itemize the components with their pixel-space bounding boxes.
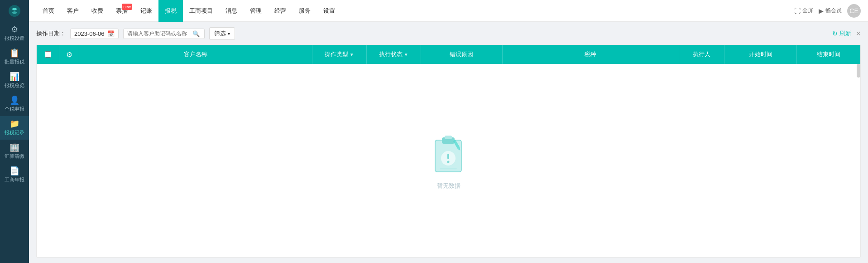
svg-point-0 [9, 5, 20, 17]
table-body: 暂无数据 [37, 64, 860, 257]
th-checkbox [37, 45, 59, 64]
sidebar-label-piliangbaoshui: 批量报税 [5, 58, 24, 65]
table-header: ⚙ 客户名称 操作类型 ▼ 执行状态 ▼ 错误原因 税种 [37, 45, 860, 64]
empty-state: 暂无数据 [428, 131, 469, 190]
topnav-item-baoshui[interactable]: 报税 [158, 0, 183, 22]
topnav-item-guanli[interactable]: 管理 [244, 0, 268, 22]
sidebar-item-huisuanqingsuan[interactable]: 🏢 汇算清缴 [0, 140, 29, 163]
search-input[interactable] [127, 30, 191, 37]
topnav-label-fuwu: 服务 [299, 7, 311, 15]
topnav-item-gongshangxiangmu[interactable]: 工商项目 [183, 0, 219, 22]
settings-icon: ⚙ [11, 25, 18, 34]
svg-rect-10 [440, 168, 457, 170]
member-label: 畅会员 [825, 7, 842, 15]
fullscreen-button[interactable]: ⛶ 全屏 [794, 7, 813, 15]
th-executor-label: 执行人 [693, 50, 710, 58]
th-starttime: 开始时间 [724, 45, 797, 64]
th-settings: ⚙ [59, 45, 79, 64]
fullscreen-label: 全屏 [802, 7, 813, 15]
th-executor: 执行人 [679, 45, 724, 64]
sidebar-label-baoshuijilu: 报税记录 [5, 129, 24, 136]
topnav-label-shezhi: 设置 [323, 7, 335, 15]
sidebar-item-gongshangnianbaos[interactable]: 📄 工商年报 [0, 163, 29, 187]
sidebar-item-baoshuizonglan[interactable]: 📊 报税总览 [0, 69, 29, 93]
search-icon[interactable]: 🔍 [192, 30, 200, 37]
sidebar-label-huisuanqingsuan: 汇算清缴 [5, 153, 24, 160]
chevron-down-icon: ▾ [228, 31, 230, 36]
topnav-item-shezhi[interactable]: 设置 [317, 0, 341, 22]
th-status-label: 执行状态 [379, 50, 403, 58]
refresh-label: 刷新 [839, 29, 851, 38]
sort-optype-icon: ▼ [350, 52, 354, 57]
select-all-checkbox[interactable] [45, 51, 51, 58]
topnav-label-jizhang: 记账 [140, 7, 152, 15]
topnav-label-baoshui: 报税 [165, 7, 177, 15]
topnav-label-shouye: 首页 [43, 7, 54, 15]
topnav-label-xiaoxi: 消息 [225, 7, 237, 15]
sidebar-item-baoshuijilu[interactable]: 📁 报税记录 [0, 116, 29, 140]
main-area: 首页 客户 收费 票据 new 记账 报税 工商项目 消息 [29, 0, 868, 263]
play-icon: ▶ [819, 7, 824, 15]
topnav-item-jizhang[interactable]: 记账 [134, 0, 158, 22]
svg-point-7 [447, 161, 449, 163]
calendar-icon: 📅 [107, 30, 115, 37]
sidebar-label-gongshangnianbaos: 工商年报 [5, 176, 24, 183]
overview-icon: 📊 [10, 73, 19, 81]
record-icon: 📁 [10, 120, 19, 128]
topnav-item-jingying[interactable]: 经营 [268, 0, 293, 22]
topnav-item-piao[interactable]: 票据 new [110, 0, 134, 22]
svg-rect-4 [445, 136, 452, 139]
sidebar-item-piliangbaoshui[interactable]: 📋 批量报税 [0, 45, 29, 69]
toolbar: 操作日期： 2023-06-06 📅 🔍 筛选 ▾ ↻ 刷新 × [36, 27, 861, 40]
sort-status-icon: ▼ [404, 52, 408, 57]
annual-icon: 📄 [10, 167, 19, 175]
close-button[interactable]: × [856, 29, 861, 38]
date-value: 2023-06-06 [74, 30, 105, 37]
date-picker[interactable]: 2023-06-06 📅 [70, 29, 119, 39]
person-icon: 👤 [10, 96, 19, 104]
fullscreen-icon: ⛶ [794, 7, 801, 15]
sidebar-logo [0, 0, 29, 22]
topnav-item-xiaoxi[interactable]: 消息 [219, 0, 244, 22]
search-box: 🔍 [123, 29, 205, 39]
th-starttime-label: 开始时间 [749, 50, 772, 58]
topnav-item-kehu[interactable]: 客户 [61, 0, 85, 22]
date-label: 操作日期： [36, 29, 66, 38]
th-name: 客户名称 [79, 45, 312, 64]
sidebar-label-geshuishenbao: 个税申报 [5, 106, 24, 112]
table-scrollbar[interactable] [857, 64, 860, 78]
filter-button[interactable]: 筛选 ▾ [209, 27, 235, 40]
topnav-item-shoufei[interactable]: 收费 [85, 0, 110, 22]
avatar-text: CE [849, 7, 858, 15]
topnav-label-gongshangxiangmu: 工商项目 [189, 7, 213, 15]
sidebar-label-baoshuizonglan: 报税总览 [5, 82, 24, 89]
sidebar-item-baoshuishezhi[interactable]: ⚙ 报税设置 [0, 22, 29, 45]
th-taxtype: 税种 [503, 45, 679, 64]
sidebar-label-baoshuishezhi: 报税设置 [5, 35, 24, 42]
refresh-icon: ↻ [832, 30, 838, 37]
topnav-items: 首页 客户 收费 票据 new 记账 报税 工商项目 消息 [36, 0, 794, 22]
filter-label: 筛选 [214, 29, 226, 38]
topnav: 首页 客户 收费 票据 new 记账 报税 工商项目 消息 [29, 0, 868, 22]
topnav-label-kehu: 客户 [67, 7, 79, 15]
topnav-label-jingying: 经营 [274, 7, 286, 15]
settings-col-icon[interactable]: ⚙ [66, 50, 72, 59]
th-status[interactable]: 执行状态 ▼ [367, 45, 421, 64]
empty-illustration [428, 131, 469, 176]
empty-text: 暂无数据 [437, 182, 460, 190]
member-button[interactable]: ▶ 畅会员 [819, 7, 842, 15]
sidebar: ⚙ 报税设置 📋 批量报税 📊 报税总览 👤 个税申报 📁 报税记录 🏢 汇算清… [0, 0, 29, 263]
th-optype-label: 操作类型 [325, 50, 348, 58]
topnav-item-fuwu[interactable]: 服务 [293, 0, 317, 22]
topnav-label-guanli: 管理 [250, 7, 262, 15]
th-optype[interactable]: 操作类型 ▼ [312, 45, 367, 64]
th-taxtype-label: 税种 [585, 50, 596, 58]
refresh-button[interactable]: ↻ 刷新 [832, 29, 851, 38]
topnav-label-shoufei: 收费 [91, 7, 103, 15]
sidebar-item-geshuishenbao[interactable]: 👤 个税申报 [0, 93, 29, 116]
avatar[interactable]: CE [847, 4, 861, 18]
svg-rect-6 [447, 154, 449, 159]
th-endtime-label: 结束时间 [817, 50, 840, 58]
topnav-item-shouye[interactable]: 首页 [36, 0, 61, 22]
content: 操作日期： 2023-06-06 📅 🔍 筛选 ▾ ↻ 刷新 × [29, 22, 868, 263]
